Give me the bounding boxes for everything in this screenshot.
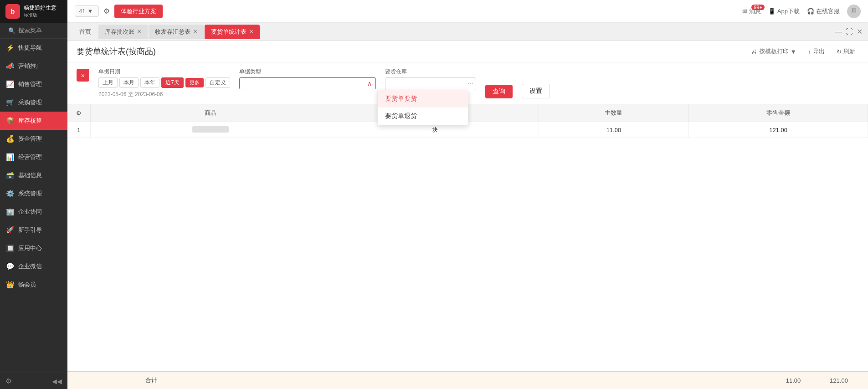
sidebar-search[interactable]: 🔍 搜索菜单	[0, 23, 67, 39]
sales-icon: 📈	[5, 80, 15, 89]
col-goods: 商品	[90, 104, 331, 122]
footer-total-label: 合计	[74, 376, 229, 384]
print-button[interactable]: 🖨 按模板打印 ▼	[748, 46, 800, 57]
date-filter-group: 单据日期 上月 本月 本年 近7天 更多 自定义 2023-05-06 至 20…	[98, 68, 230, 98]
dropdown-item-order-goods[interactable]: 要货单要货	[378, 90, 468, 107]
enterprise-icon: 🏢	[5, 207, 15, 216]
sidebar-item-guide[interactable]: 🚀 新手引导	[0, 221, 67, 239]
basics-icon: 🗃️	[5, 171, 15, 180]
this-year-btn[interactable]: 本年	[140, 77, 159, 88]
tab-home[interactable]: 首页	[73, 25, 98, 39]
sidebar-item-basics[interactable]: 🗃️ 基础信息	[0, 166, 67, 184]
cell-no: 1	[67, 122, 90, 138]
cell-amount: 121.00	[689, 122, 868, 138]
date-range-display: 2023-05-06 至 2023-06-06	[98, 91, 230, 98]
finance-icon: 💰	[5, 134, 15, 143]
refresh-button[interactable]: ↻ 刷新	[833, 46, 859, 57]
wechat-icon: 💬	[5, 262, 15, 271]
warehouse-filter-input[interactable]: ···	[385, 77, 476, 90]
query-button[interactable]: 查询	[485, 85, 513, 98]
sidebar-collapse-button[interactable]: ◀◀	[52, 378, 62, 385]
sidebar-settings-icon[interactable]: ⚙	[5, 377, 12, 385]
settings-icon[interactable]: ⚙	[103, 7, 110, 15]
sidebar-bottom-bar: ⚙ ◀◀	[0, 373, 67, 389]
type-filter-label: 单据类型	[239, 68, 376, 76]
filter-area: » 单据日期 上月 本月 本年 近7天 更多 自定义 2023-05-06 至 …	[67, 62, 868, 104]
sidebar-item-member[interactable]: 👑 畅会员	[0, 276, 67, 294]
page-title: 要货单统计表(按商品)	[77, 46, 156, 57]
col-qty: 主数量	[539, 104, 689, 122]
type-input-field[interactable]	[243, 80, 367, 87]
search-icon: 🔍	[8, 27, 15, 34]
footer-qty: 11.00	[770, 377, 816, 384]
cell-goods	[90, 122, 331, 138]
type-dropdown-toggle[interactable]: ∧	[367, 80, 372, 87]
topbar: 41 ▼ ⚙ 体验行业方案 ✉ 消息 99+ 📱 App下载 🎧 在线客服 用	[67, 0, 868, 23]
export-button[interactable]: ↑ 导出	[805, 46, 829, 57]
online-service[interactable]: 🎧 在线客服	[807, 7, 840, 15]
sidebar-item-appstore[interactable]: 🔲 应用中心	[0, 239, 67, 257]
table-settings-icon[interactable]: ⚙	[76, 110, 82, 117]
refresh-icon: ↻	[837, 48, 842, 55]
sidebar-item-enterprise[interactable]: 🏢 企业协同	[0, 203, 67, 221]
table-footer: 合计 11.00 121.00	[67, 371, 868, 389]
maximize-icon[interactable]: —	[835, 28, 842, 36]
marketing-icon: 📣	[5, 61, 15, 71]
date-buttons: 上月 本月 本年 近7天 更多 自定义	[98, 77, 230, 88]
sidebar-item-operations[interactable]: 📊 经营管理	[0, 148, 67, 166]
restore-icon[interactable]: ⛶	[846, 28, 853, 36]
sidebar-item-finance[interactable]: 💰 资金管理	[0, 130, 67, 148]
guide-icon: 🚀	[5, 225, 15, 235]
cell-qty: 11.00	[539, 122, 689, 138]
warehouse-input-field[interactable]	[389, 81, 466, 87]
custom-date-btn[interactable]: 自定义	[205, 77, 230, 88]
user-avatar[interactable]: 用	[847, 5, 861, 18]
date-filter-row: 上月 本月 本年 近7天 更多 自定义	[98, 77, 230, 88]
footer-amount: 121.00	[816, 377, 862, 384]
sidebar-logo: b 畅捷通好生意 标准版	[0, 0, 67, 23]
company-selector[interactable]: 41 ▼	[75, 5, 99, 17]
app-sub: 标准版	[24, 12, 56, 18]
sidebar-item-purchase[interactable]: 🛒 采购管理	[0, 93, 67, 112]
message-badge[interactable]: ✉ 消息 99+	[742, 7, 761, 15]
app-download[interactable]: 📱 App下载	[768, 7, 800, 15]
type-filter-input[interactable]: ∧	[239, 77, 376, 89]
close-window-icon[interactable]: ✕	[857, 27, 863, 36]
purchase-icon: 🛒	[5, 98, 15, 107]
table-area: ⚙ 商品 主计量单位 主数量 零售金额	[67, 104, 868, 371]
inventory-icon: 📦	[5, 116, 15, 125]
trial-btn[interactable]: 体验行业方案	[114, 5, 163, 18]
system-icon: ⚙️	[5, 189, 15, 198]
sidebar-item-quick-nav[interactable]: ⚡ 快捷导航	[0, 39, 67, 57]
sidebar-item-inventory[interactable]: 📦 库存核算	[0, 112, 67, 130]
tab-order-stats-close[interactable]: ✕	[249, 29, 253, 35]
sidebar-item-marketing[interactable]: 📣 营销推广	[0, 57, 67, 75]
topbar-left: 41 ▼ ⚙ 体验行业方案	[75, 5, 163, 18]
this-month-btn[interactable]: 本月	[119, 77, 139, 88]
tab-stock-batch[interactable]: 库存批次账 ✕	[98, 25, 148, 39]
type-dropdown-menu: 要货单要货 要货单退货	[377, 90, 468, 125]
tab-recv-summary-close[interactable]: ✕	[193, 29, 197, 35]
sidebar-item-sales[interactable]: 📈 销售管理	[0, 75, 67, 93]
operations-icon: 📊	[5, 153, 15, 162]
service-icon: 🎧	[807, 8, 814, 15]
page-actions: 🖨 按模板打印 ▼ ↑ 导出 ↻ 刷新	[748, 46, 859, 57]
date-filter-label: 单据日期	[98, 68, 230, 76]
last-7days-btn[interactable]: 近7天	[161, 77, 184, 88]
settings-button[interactable]: 设置	[522, 84, 550, 98]
last-month-btn[interactable]: 上月	[98, 77, 118, 88]
warehouse-more-icon[interactable]: ···	[467, 80, 473, 88]
goods-placeholder	[192, 126, 229, 133]
tab-recv-summary[interactable]: 收发存汇总表 ✕	[149, 25, 204, 39]
sidebar-item-wechat[interactable]: 💬 企业微信	[0, 257, 67, 276]
tab-stock-batch-close[interactable]: ✕	[137, 29, 141, 35]
filter-toggle-button[interactable]: »	[77, 69, 89, 82]
chevron-down-icon: ▼	[87, 8, 93, 15]
tab-order-stats[interactable]: 要货单统计表 ✕	[205, 25, 260, 39]
app-name: 畅捷通好生意	[24, 5, 56, 12]
sidebar-item-system[interactable]: ⚙️ 系统管理	[0, 184, 67, 203]
col-settings[interactable]: ⚙	[67, 104, 90, 122]
more-date-btn[interactable]: 更多	[185, 78, 204, 87]
warehouse-filter-label: 要货仓库	[385, 68, 476, 76]
dropdown-item-order-return[interactable]: 要货单退货	[378, 107, 468, 125]
